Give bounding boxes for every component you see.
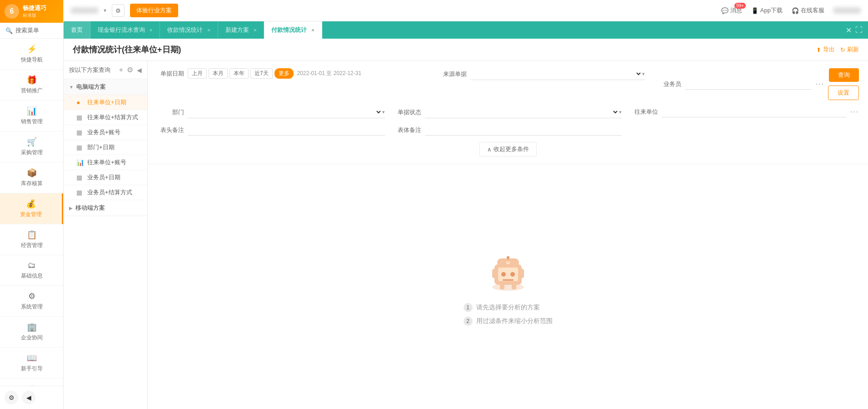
trial-btn[interactable]: 体验行业方案 — [130, 4, 178, 17]
scheme-panel: 按以下方案查询 + ⚙ ◀ ▼ 电脑端方案 ● — [64, 61, 148, 409]
app-download-btn[interactable]: 📱 App下载 — [751, 6, 783, 15]
right-panel: 单据日期 上月 本月 本年 近7天 更多 2022-01 — [148, 61, 868, 409]
sidebar-item-system[interactable]: ⚙ 系统管理 — [0, 286, 63, 317]
tab-cash-flow[interactable]: 现金银行流水查询 × — [90, 21, 160, 39]
date-value: 上月 本月 本年 近7天 更多 2022-01-01 至 2022-12-31 — [188, 68, 430, 79]
date-btn-last-month[interactable]: 上月 — [188, 68, 207, 79]
tip-text-2: 用过滤条件来缩小分析范围 — [476, 317, 553, 325]
sidebar-item-enterprise[interactable]: 🏢 企业协同 — [0, 317, 63, 348]
collapse-conditions-btn[interactable]: ∧ 收起更多条件 — [479, 142, 537, 157]
close-all-tabs-btn[interactable]: ✕ — [846, 26, 852, 35]
topbar-title — [71, 7, 98, 14]
scheme-item-unit-account[interactable]: 📊 往来单位+账号 — [64, 155, 147, 170]
body-note-input[interactable] — [425, 125, 622, 136]
pc-scheme-group-header[interactable]: ▼ 电脑端方案 — [64, 79, 147, 95]
scheme-panel-collapse-btn[interactable]: ◀ — [137, 66, 142, 74]
tab-payment-stats[interactable]: 付款情况统计 × — [264, 21, 322, 39]
tab-receipt-stats[interactable]: 收款情况统计 × — [160, 21, 218, 39]
dept-filter: 部门 ▾ — [157, 106, 385, 118]
scheme-item-label: 业务员+账号 — [87, 128, 120, 136]
tab-new-scheme[interactable]: 新建方案 × — [218, 21, 264, 39]
date-label: 单据日期 — [157, 70, 184, 78]
message-icon: 💬 — [721, 7, 728, 14]
header-note-input[interactable] — [188, 125, 385, 136]
online-service-btn[interactable]: 🎧 在线客服 — [792, 6, 824, 15]
settings-btn[interactable]: 设置 — [828, 86, 859, 100]
doc-status-label: 单据状态 — [394, 108, 421, 116]
add-scheme-btn[interactable]: + — [119, 66, 123, 74]
dept-select[interactable] — [188, 106, 382, 118]
pc-group-arrow: ▼ — [69, 85, 74, 90]
search-icon: 🔍 — [5, 27, 13, 34]
date-btn-7days[interactable]: 近7天 — [250, 68, 273, 79]
mobile-group-label: 移动端方案 — [75, 204, 105, 212]
sidebar-settings-btn[interactable]: ⚙ — [5, 391, 18, 404]
settings-icon: ⚙ — [9, 394, 15, 401]
export-btn[interactable]: ⬆ 导出 — [816, 45, 835, 54]
sidebar-item-label: 营销推广 — [21, 87, 43, 95]
source-select[interactable] — [470, 68, 642, 80]
counterparty-dots[interactable]: ··· — [850, 108, 859, 116]
sidebar-item-hardware[interactable]: 🖥 智能硬件 — [0, 379, 63, 386]
counterparty-input[interactable] — [662, 106, 846, 117]
scheme-item-unit-date[interactable]: ● 往来单位+日期 — [64, 95, 147, 110]
dept-date-icon: ▦ — [76, 144, 84, 151]
counterparty-label: 往来单位 — [631, 108, 658, 116]
query-btn[interactable]: 查询 — [829, 68, 859, 82]
tab-new-scheme-close[interactable]: × — [254, 27, 256, 33]
scheme-item-dept-date[interactable]: ▦ 部门+日期 — [64, 140, 147, 155]
scheme-item-staff-account[interactable]: ▦ 业务员+账号 — [64, 125, 147, 140]
salesman-dots[interactable]: ··· — [816, 80, 824, 88]
tab-cash-flow-close[interactable]: × — [150, 27, 152, 33]
scheme-settings-btn[interactable]: ⚙ — [127, 66, 133, 74]
refresh-btn[interactable]: ↻ 刷新 — [840, 45, 859, 54]
sidebar-item-quick-nav[interactable]: ⚡ 快捷导航 — [0, 39, 63, 70]
source-filter: 来源单据 ▾ — [439, 68, 645, 80]
sidebar-item-operations[interactable]: 📋 经营管理 — [0, 224, 63, 255]
date-btn-this-month[interactable]: 本月 — [209, 68, 228, 79]
sidebar-item-finance[interactable]: 💰 资金管理 — [0, 193, 63, 224]
tab-home[interactable]: 首页 — [64, 21, 90, 39]
scheme-item-label: 往来单位+账号 — [87, 158, 126, 167]
header-note-filter: 表头备注 — [157, 125, 385, 136]
tab-payment-stats-close[interactable]: × — [311, 27, 314, 33]
filter-row-1: 单据日期 上月 本月 本年 近7天 更多 2022-01 — [157, 68, 859, 100]
sidebar-item-basic-info[interactable]: 🗂 基础信息 — [0, 255, 63, 286]
scheme-item-staff-settle[interactable]: ▦ 业务员+结算方式 — [64, 185, 147, 200]
page-title: 付款情况统计(往来单位+日期) — [73, 44, 181, 55]
page-layout: 付款情况统计(往来单位+日期) ⬆ 导出 ↻ 刷新 按 — [64, 39, 868, 409]
app-logo: 6 畅捷通巧 标准版 — [0, 0, 63, 23]
page-header: 付款情况统计(往来单位+日期) ⬆ 导出 ↻ 刷新 — [64, 39, 868, 61]
message-btn[interactable]: 💬 消息 99+ — [721, 6, 742, 15]
collapse-icon: ◀ — [26, 394, 31, 401]
sidebar-item-label: 经营管理 — [21, 242, 43, 249]
topbar-gear-btn[interactable]: ⚙ — [112, 4, 125, 17]
sidebar-item-inventory[interactable]: 📦 库存核算 — [0, 162, 63, 193]
doc-status-select[interactable] — [425, 106, 619, 118]
date-btn-more[interactable]: 更多 — [274, 68, 294, 79]
filter-row-3: 表头备注 表体备注 — [157, 125, 859, 136]
service-label: 在线客服 — [801, 6, 824, 15]
topbar-right: 💬 消息 99+ 📱 App下载 🎧 在线客服 — [721, 6, 861, 15]
tab-receipt-stats-close[interactable]: × — [207, 27, 210, 33]
sidebar-item-purchase[interactable]: 🛒 采购管理 — [0, 131, 63, 162]
sidebar-item-label: 采购管理 — [21, 149, 43, 157]
username — [833, 7, 861, 14]
user-area[interactable] — [833, 7, 861, 14]
sidebar-item-guide[interactable]: 📖 新手引导 — [0, 348, 63, 379]
sidebar-item-sales[interactable]: 📊 销售管理 — [0, 101, 63, 131]
expand-btn[interactable]: ⛶ — [855, 26, 863, 34]
salesman-input[interactable] — [685, 79, 812, 90]
scheme-item-staff-date[interactable]: ▦ 业务员+日期 — [64, 170, 147, 185]
topbar-dropdown-arrow[interactable]: ▾ — [104, 7, 106, 14]
mobile-scheme-group-header[interactable]: ▶ 移动端方案 — [64, 200, 147, 216]
doc-status-dropdown-arrow: ▾ — [619, 109, 622, 115]
date-btn-this-year[interactable]: 本年 — [229, 68, 249, 79]
content-area: 按以下方案查询 + ⚙ ◀ ▼ 电脑端方案 ● — [64, 61, 868, 409]
scheme-item-unit-settle[interactable]: ▦ 往来单位+结算方式 — [64, 110, 147, 125]
unit-account-icon: 📊 — [76, 159, 84, 166]
main-area: ▾ ⚙ 体验行业方案 💬 消息 99+ 📱 App下载 🎧 在线 — [64, 0, 868, 409]
search-menu[interactable]: 🔍 搜索菜单 — [0, 23, 63, 39]
sidebar-collapse-btn[interactable]: ◀ — [22, 391, 35, 404]
sidebar-item-marketing[interactable]: 🎁 营销推广 — [0, 70, 63, 101]
